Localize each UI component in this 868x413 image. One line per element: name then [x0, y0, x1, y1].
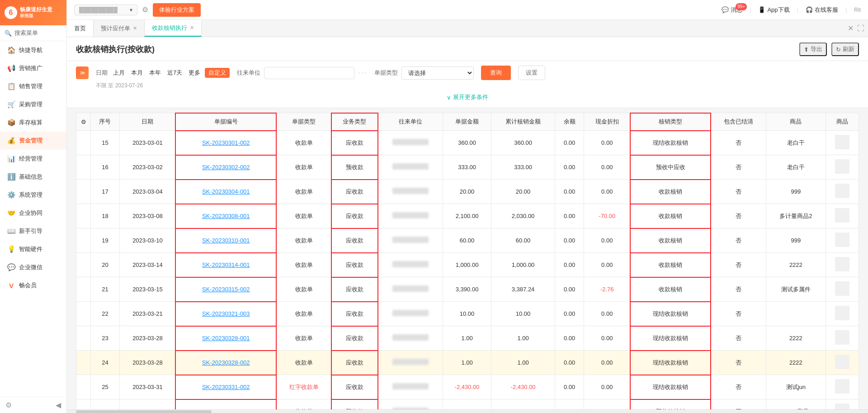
td-include-cleared: 否 [711, 180, 766, 204]
sidebar-item-marketing[interactable]: 📢 营销推广 [0, 59, 66, 77]
td-bill-no[interactable]: SK-20230308-001 [175, 204, 276, 228]
bill-no-link[interactable]: SK-20230308-001 [202, 213, 250, 219]
app-download[interactable]: 📱 App下载 [758, 6, 789, 14]
tab-payable-close[interactable]: ✕ [133, 25, 137, 31]
tab-receipt-close[interactable]: ✕ [190, 25, 194, 31]
sidebar-item-collab[interactable]: 🤝 企业协同 [0, 204, 66, 222]
sidebar-item-system[interactable]: ⚙️ 系统管理 [0, 186, 66, 204]
solution-button[interactable]: 体验行业方案 [153, 3, 201, 17]
td-settings[interactable] [76, 253, 91, 277]
tab-receipt-exec[interactable]: 收款核销执行 ✕ [145, 20, 202, 37]
online-service[interactable]: 🎧 在线客服 [806, 6, 838, 14]
horizontal-scrollbar[interactable] [67, 409, 868, 413]
sidebar-item-basic[interactable]: ℹ️ 基础信息 [0, 168, 66, 186]
partner-input[interactable] [264, 67, 354, 79]
td-bill-no[interactable]: SK-20230301-002 [175, 131, 276, 155]
td-settings[interactable] [76, 277, 91, 302]
td-write-off-type: 收款核销 [630, 253, 711, 277]
date-opt-this-month[interactable]: 本月 [129, 68, 145, 78]
tab-home[interactable]: 首页 [67, 20, 94, 37]
collapse-icon[interactable]: ◀ [56, 401, 61, 409]
th-settings[interactable]: ⚙ [76, 113, 91, 131]
td-settings[interactable] [76, 228, 91, 253]
tab-payable[interactable]: 预计应付单 ✕ [94, 20, 145, 37]
scrollbar-thumb[interactable] [76, 410, 212, 413]
sidebar-item-member[interactable]: V 畅会员 [0, 276, 66, 294]
td-bill-no[interactable]: SK-20230331-002 [175, 375, 276, 399]
date-filter-group: 日期 上月 本月 本年 近7天 更多 自定义 [96, 68, 230, 78]
td-settings[interactable] [76, 351, 91, 375]
goods-image [835, 330, 849, 345]
td-bill-no[interactable]: SK-20230328-001 [175, 326, 276, 351]
td-bill-no[interactable]: SK-20230310-001 [175, 228, 276, 253]
bill-no-link[interactable]: SK-20230304-001 [202, 188, 250, 195]
td-bill-no[interactable]: SK-20230328-002 [175, 351, 276, 375]
bill-no-link[interactable]: SK-20230328-001 [202, 335, 250, 342]
settings-icon[interactable]: ⚙ [5, 401, 12, 409]
td-settings[interactable] [76, 204, 91, 228]
date-opt-7days[interactable]: 近7天 [165, 68, 184, 78]
date-opt-more[interactable]: 更多 [187, 68, 202, 78]
bill-no-link[interactable]: SK-20230302-002 [202, 164, 250, 171]
bill-no-link[interactable]: SK-20230328-002 [202, 359, 250, 366]
td-bill-type: 收款单 [276, 204, 331, 228]
td-bill-no[interactable]: SK-20230314-001 [175, 253, 276, 277]
bill-no-link[interactable]: SK-20230315-002 [202, 286, 250, 293]
user-name[interactable]: Rit [854, 7, 861, 13]
sidebar-item-purchase[interactable]: 🛒 采购管理 [0, 95, 66, 114]
td-settings[interactable] [76, 131, 91, 155]
org-dropdown[interactable]: ██████████ ▾ [74, 5, 137, 15]
date-opt-this-year[interactable]: 本年 [147, 68, 163, 78]
td-write-off-type: 现结收款核销 [630, 375, 711, 399]
page-title-row: 收款核销执行(按收款) ⬆ 导出 ↻ 刷新 [76, 43, 859, 56]
search-menu[interactable]: 🔍 搜索菜单 [0, 25, 66, 41]
td-bill-no[interactable]: SK-20230321-003 [175, 302, 276, 326]
bill-no-link[interactable]: SK-20230310-001 [202, 237, 250, 244]
td-bill-no[interactable]: SK-20230315-002 [175, 277, 276, 302]
bill-no-link[interactable]: SK-20230331-002 [202, 384, 250, 390]
td-cash-discount: 0.00 [584, 155, 631, 180]
partner-filter-group: 往来单位 ··· [237, 67, 367, 79]
sidebar-item-wechat[interactable]: 💬 企业微信 [0, 258, 66, 276]
td-settings[interactable] [76, 155, 91, 180]
td-balance: 0.00 [555, 131, 584, 155]
table-row: 262023-04-03SK-20230403-002收款单预收款20.0020… [76, 399, 859, 410]
td-settings[interactable] [76, 375, 91, 399]
bill-type-select[interactable]: 请选择 [401, 66, 474, 80]
table-body: 152023-03-01SK-20230301-002收款单应收款360.003… [76, 131, 859, 410]
td-settings[interactable] [76, 326, 91, 351]
sidebar-item-guide[interactable]: 📖 新手引导 [0, 222, 66, 240]
td-settings[interactable] [76, 180, 91, 204]
sidebar-item-operation[interactable]: 📊 经营管理 [0, 150, 66, 168]
td-bill-no[interactable]: SK-20230302-002 [175, 155, 276, 180]
sidebar-item-sales[interactable]: 📋 销售管理 [0, 77, 66, 95]
expand-row[interactable]: ∨ 展开更多条件 [76, 90, 859, 103]
table-header: ⚙ 序号 日期 单据编号 单据类型 业务类型 往来单位 单据金额 累计核销金额 … [76, 113, 859, 131]
query-button[interactable]: 查询 [481, 66, 511, 80]
export-button[interactable]: ⬆ 导出 [799, 43, 827, 56]
close-window-icon[interactable]: ✕ [848, 24, 854, 33]
td-goods2 [826, 326, 859, 351]
td-settings[interactable] [76, 399, 91, 410]
td-settings[interactable] [76, 302, 91, 326]
expand-icon[interactable]: ⛶ [857, 24, 864, 33]
sidebar-item-label: 资金管理 [19, 137, 42, 145]
bill-no-link[interactable]: SK-20230321-003 [202, 310, 250, 317]
filter-settings-button[interactable]: 设置 [518, 66, 545, 80]
refresh-button[interactable]: ↻ 刷新 [831, 43, 859, 56]
bill-no-link[interactable]: SK-20230301-002 [202, 139, 250, 146]
sidebar-item-quick-nav[interactable]: 🏠 快捷导航 [0, 41, 66, 59]
date-opt-custom[interactable]: 自定义 [205, 68, 230, 78]
filter-collapse-button[interactable]: ≫ [76, 66, 89, 79]
bill-no-link[interactable]: SK-20230314-001 [202, 261, 250, 268]
td-bill-no[interactable]: SK-20230304-001 [175, 180, 276, 204]
sidebar-item-hardware[interactable]: 💡 智能硬件 [0, 240, 66, 258]
td-bill-no[interactable]: SK-20230403-002 [175, 399, 276, 410]
sidebar-item-inventory[interactable]: 📦 库存核算 [0, 114, 66, 132]
chevron-down-icon: ∨ [447, 94, 451, 101]
settings-icon[interactable]: ⚙ [142, 5, 148, 14]
date-opt-last-month[interactable]: 上月 [111, 68, 127, 78]
message-badge[interactable]: 💬 消息 99+ [722, 6, 742, 14]
td-write-off-amount: -2,430.00 [491, 375, 555, 399]
sidebar-item-finance[interactable]: 💰 资金管理 [0, 132, 66, 150]
